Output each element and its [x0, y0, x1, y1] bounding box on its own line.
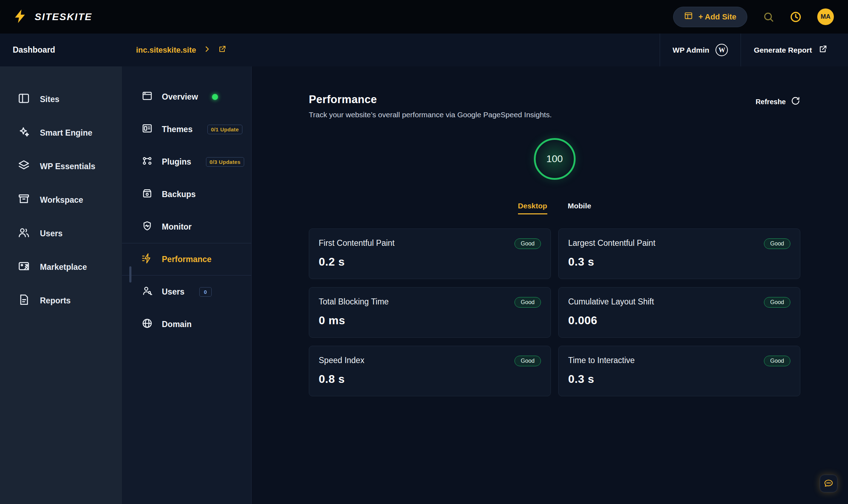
performance-score-gauge: 100 [534, 138, 576, 180]
plugins-icon [142, 155, 153, 168]
avatar-initials: MA [821, 13, 831, 20]
sparkles-icon [18, 126, 30, 140]
tab-desktop[interactable]: Desktop [518, 202, 547, 214]
wp-admin-label: WP Admin [673, 46, 709, 54]
sites-icon [18, 92, 30, 107]
metric-value: 0.3 s [568, 255, 790, 268]
monitor-shield-icon [142, 220, 153, 233]
site-domain: inc.siteskite.site [136, 46, 196, 55]
site-nav-item-backups[interactable]: Backups [122, 178, 251, 211]
add-site-button[interactable]: + Add Site [673, 7, 747, 27]
layers-icon [18, 159, 30, 174]
refresh-button[interactable]: Refreshe [755, 96, 800, 107]
metric-card-total-blocking-time: Total Blocking Time Good 0 ms [309, 287, 551, 338]
sidebar-item-marketplace[interactable]: Marketplace [0, 250, 122, 284]
users-count-badge: 0 [199, 287, 212, 297]
refresh-label: Refreshe [755, 98, 786, 106]
site-nav-item-plugins[interactable]: Plugins 0/3 Updates [122, 146, 251, 178]
sub-header: Dashboard inc.siteskite.site WP Admin W … [0, 34, 848, 66]
generate-report-button[interactable]: Generate Report [741, 34, 848, 66]
site-nav-label: Performance [162, 255, 212, 264]
site-nav-item-monitor[interactable]: Monitor [122, 211, 251, 243]
metric-label: Total Blocking Time [319, 297, 389, 307]
search-icon[interactable] [763, 11, 774, 23]
external-link-icon [818, 45, 828, 55]
metric-value: 0 ms [319, 314, 541, 327]
bolt-logo-icon [13, 8, 28, 25]
site-nav-label: Domain [162, 320, 192, 329]
page-subtitle: Track your website’s overall performance… [309, 111, 552, 119]
report-document-icon [18, 293, 30, 308]
site-nav-item-performance[interactable]: Performance [122, 243, 251, 275]
chat-bubble-icon [824, 478, 834, 489]
site-nav-label: Users [162, 287, 184, 297]
metric-value: 0.2 s [319, 255, 541, 268]
sidebar-item-label: Workspace [40, 195, 83, 205]
sidebar-item-workspace[interactable]: Workspace [0, 183, 122, 217]
add-site-label: + Add Site [699, 12, 736, 22]
sidebar-item-smart-engine[interactable]: Smart Engine [0, 116, 122, 150]
scrollbar-thumb[interactable] [129, 266, 131, 283]
site-online-dot [212, 94, 218, 100]
sidebar-item-label: Sites [40, 95, 59, 104]
sidebar-item-label: Reports [40, 296, 71, 306]
status-badge: Good [764, 356, 790, 366]
metric-value: 0.3 s [568, 373, 790, 386]
title-block: Performance Track your website’s overall… [309, 93, 552, 119]
sidebar-item-label: WP Essentials [40, 162, 95, 171]
metric-card-cumulative-layout-shift: Cumulative Layout Shift Good 0.006 [558, 287, 800, 338]
site-nav-item-users[interactable]: Users 0 [122, 275, 251, 308]
history-clock-icon[interactable] [790, 11, 802, 23]
sidebar-item-label: Users [40, 229, 63, 238]
sidebar-item-label: Marketplace [40, 262, 87, 272]
site-nav-item-domain[interactable]: Domain [122, 308, 251, 340]
sidebar-item-sites[interactable]: Sites [0, 83, 122, 116]
tab-mobile[interactable]: Mobile [568, 202, 591, 214]
metric-card-time-to-interactive: Time to Interactive Good 0.3 s [558, 346, 800, 396]
metric-label: Time to Interactive [568, 356, 635, 365]
open-site-external-icon[interactable] [218, 45, 226, 55]
site-nav-label: Plugins [162, 157, 191, 167]
plugins-update-badge: 0/3 Updates [206, 157, 244, 167]
brand-logo[interactable]: SITESKITE [13, 8, 92, 25]
top-bar-actions: + Add Site MA [673, 7, 834, 27]
status-badge: Good [764, 238, 790, 249]
brand-name: SITESKITE [35, 11, 92, 23]
archive-box-icon [18, 193, 30, 207]
breadcrumb: Dashboard [0, 45, 122, 55]
main-sidebar: Sites Smart Engine WP Essentials Workspa… [0, 66, 122, 504]
metric-label: Cumulative Layout Shift [568, 297, 654, 307]
metric-value: 0.8 s [319, 373, 541, 386]
globe-icon [142, 318, 153, 331]
themes-icon [142, 123, 153, 136]
wordpress-icon: W [716, 44, 728, 56]
users-icon [18, 226, 30, 241]
chevron-right-icon[interactable] [203, 45, 211, 55]
site-switcher[interactable]: inc.siteskite.site [122, 45, 660, 55]
site-nav-label: Themes [162, 125, 193, 134]
site-nav-item-overview[interactable]: Overview [122, 81, 251, 113]
generate-report-label: Generate Report [754, 46, 812, 54]
site-nav-item-themes[interactable]: Themes 0/1 Update [122, 113, 251, 146]
chat-support-button[interactable] [820, 475, 837, 492]
metric-card-speed-index: Speed Index Good 0.8 s [309, 346, 551, 396]
status-badge: Good [514, 297, 541, 308]
avatar[interactable]: MA [817, 8, 834, 25]
layout-icon [684, 11, 693, 22]
performance-score-value: 100 [546, 153, 563, 165]
overview-window-icon [142, 90, 153, 103]
sidebar-item-users[interactable]: Users [0, 217, 122, 250]
page-body: Sites Smart Engine WP Essentials Workspa… [0, 66, 848, 504]
sidebar-item-wp-essentials[interactable]: WP Essentials [0, 150, 122, 183]
metric-card-first-contentful-paint: First Contentful Paint Good 0.2 s [309, 229, 551, 279]
site-nav-label: Overview [162, 92, 198, 102]
wp-admin-button[interactable]: WP Admin W [660, 34, 741, 66]
sidebar-item-reports[interactable]: Reports [0, 284, 122, 318]
metric-card-largest-contentful-paint: Largest Contentful Paint Good 0.3 s [558, 229, 800, 279]
device-tabs: Desktop Mobile [309, 202, 800, 214]
marketplace-icon [18, 260, 30, 274]
site-nav-label: Monitor [162, 222, 192, 232]
performance-bolt-icon [142, 253, 153, 266]
top-bar: SITESKITE + Add Site MA [0, 0, 848, 34]
metric-label: First Contentful Paint [319, 238, 395, 248]
